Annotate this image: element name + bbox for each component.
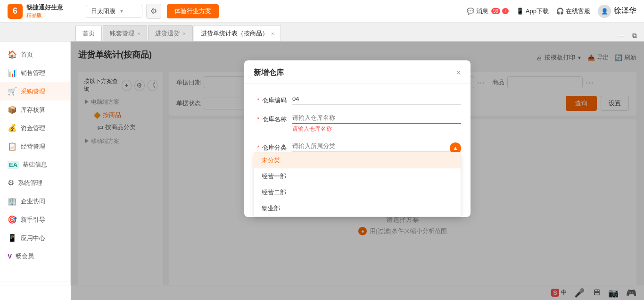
- tab-purchase-stats[interactable]: 进货单统计表（按商品） ×: [194, 25, 281, 41]
- avatar: 👤: [598, 5, 611, 18]
- name-error-message: 请输入仓库名称: [292, 125, 461, 133]
- dropdown-item-dept1[interactable]: 经营一部: [254, 168, 461, 184]
- category-field-wrapper: ▲ 未分类 经营一部 经营二部 物业部: [292, 141, 461, 152]
- inventory-icon: 📦: [8, 105, 17, 114]
- tab-close-icon[interactable]: ×: [137, 31, 140, 36]
- code-label: * 仓库编码: [254, 93, 287, 105]
- tab-expand-icon[interactable]: ⧉: [629, 30, 640, 41]
- category-dropdown-list: 未分类 经营一部 经营二部 物业部: [254, 152, 461, 217]
- search-selector-arrow-icon: ▼: [119, 8, 124, 14]
- tab-close-active-icon[interactable]: ×: [271, 31, 274, 36]
- sidebar-item-member[interactable]: V 畅会员: [0, 247, 70, 265]
- modal-overlay[interactable]: 新增仓库 × * 仓库编码: [71, 42, 644, 300]
- sidebar-item-system[interactable]: ⚙ 系统管理: [0, 174, 70, 192]
- message-notif[interactable]: 💬 消息 99 +: [467, 7, 509, 16]
- tab-bar: 首页 账套管理 × 进货退货 × 进货单统计表（按商品） × — ⧉: [0, 23, 644, 42]
- member-icon: V: [8, 252, 12, 260]
- sidebar-item-base-info[interactable]: EA 基础信息: [0, 156, 70, 174]
- app-download[interactable]: 📱 App下载: [516, 7, 549, 16]
- user-area[interactable]: 👤 徐泽华: [598, 5, 636, 18]
- sidebar-item-enterprise[interactable]: 🏢 企业协同: [0, 192, 70, 210]
- tab-accounts[interactable]: 账套管理 ×: [103, 25, 147, 41]
- sidebar-item-sales[interactable]: 📊 销售管理: [0, 64, 70, 82]
- modal-header: 新增仓库 ×: [244, 60, 471, 84]
- tab-purchase-return[interactable]: 进货退货 ×: [148, 25, 192, 41]
- search-selector[interactable]: 日太阳膜 ▼: [86, 5, 142, 18]
- main-layout: 🏠 首页 📊 销售管理 🛒 采购管理 📦 库存核算 💰 资金管理 📋 经营管理 …: [0, 42, 644, 300]
- settings-icon[interactable]: ⚙: [146, 4, 161, 19]
- home-icon: 🏠: [8, 50, 17, 59]
- app-logo-icon: 6: [8, 4, 23, 19]
- sidebar-item-inventory[interactable]: 📦 库存核算: [0, 100, 70, 119]
- apps-icon: 📱: [8, 233, 17, 242]
- tab-home[interactable]: 首页: [75, 25, 102, 41]
- sales-icon: 📊: [8, 68, 17, 77]
- logo-area: 6 畅捷通好生意 精品版: [8, 3, 78, 19]
- online-service[interactable]: 🎧 在线客服: [556, 7, 590, 16]
- category-input[interactable]: [292, 141, 461, 152]
- badge-plus: +: [502, 8, 509, 14]
- enterprise-icon: 🏢: [8, 197, 17, 206]
- category-label: * 仓库分类: [254, 141, 287, 152]
- dropdown-item-dept3[interactable]: 物业部: [254, 200, 461, 217]
- sidebar-item-finance[interactable]: 💰 资金管理: [0, 119, 70, 137]
- form-row-name: * 仓库名称 请输入仓库名称: [254, 112, 461, 133]
- form-row-code: * 仓库编码: [254, 93, 461, 105]
- modal-title: 新增仓库: [254, 68, 284, 78]
- content-area: 进货单统计(按商品) 🖨 按模板打印 ▼ 📤 导出 🔄 刷新: [71, 42, 644, 300]
- name-input[interactable]: [292, 112, 461, 124]
- modal-close-button[interactable]: ×: [456, 68, 461, 78]
- guide-icon: 🎯: [8, 215, 17, 224]
- form-row-category: * 仓库分类 ▲ 未分类 经营一部 经营二部 物业部: [254, 141, 461, 152]
- header-right: 💬 消息 99 + 📱 App下载 🎧 在线客服 👤 徐泽华: [467, 5, 636, 18]
- headset-icon: 🎧: [556, 8, 564, 15]
- app-icon: 📱: [516, 8, 524, 15]
- message-badge: 99: [491, 8, 500, 14]
- tab-close-icon[interactable]: ×: [182, 31, 185, 36]
- try-industry-button[interactable]: 体验行业方案: [167, 4, 219, 18]
- tab-minimize-icon[interactable]: —: [616, 30, 627, 41]
- code-input[interactable]: [292, 93, 461, 105]
- sidebar-item-apps[interactable]: 📱 应用中心: [0, 229, 70, 247]
- code-field-wrapper: [292, 93, 461, 105]
- modal-body: * 仓库编码 * 仓库名称: [244, 84, 471, 188]
- operations-icon: 📋: [8, 142, 17, 151]
- logo-text: 畅捷通好生意 精品版: [26, 3, 63, 19]
- name-field-wrapper: 请输入仓库名称: [292, 112, 461, 133]
- message-icon: 💬: [467, 8, 474, 15]
- tab-actions: — ⧉: [616, 30, 644, 41]
- modal-add-warehouse: 新增仓库 × * 仓库编码: [244, 60, 471, 217]
- purchase-icon: 🛒: [8, 87, 17, 96]
- top-header: 6 畅捷通好生意 精品版 日太阳膜 ▼ ⚙ 体验行业方案 💬 消息 99 + 📱…: [0, 0, 644, 23]
- dropdown-item-dept2[interactable]: 经营二部: [254, 184, 461, 200]
- sidebar-item-purchase[interactable]: 🛒 采购管理: [0, 82, 70, 100]
- system-icon: ⚙: [8, 178, 14, 187]
- header-search-area: 日太阳膜 ▼ ⚙ 体验行业方案: [78, 4, 467, 19]
- base-info-icon: EA: [8, 161, 19, 169]
- sidebar-item-home[interactable]: 🏠 首页: [0, 45, 70, 64]
- sidebar-item-guide[interactable]: 🎯 新手引导: [0, 210, 70, 229]
- dropdown-item-unclassified[interactable]: 未分类: [254, 152, 461, 168]
- sidebar: 🏠 首页 📊 销售管理 🛒 采购管理 📦 库存核算 💰 资金管理 📋 经营管理 …: [0, 42, 71, 300]
- finance-icon: 💰: [8, 124, 17, 133]
- name-label: * 仓库名称: [254, 112, 287, 124]
- sidebar-item-operations[interactable]: 📋 经营管理: [0, 137, 70, 156]
